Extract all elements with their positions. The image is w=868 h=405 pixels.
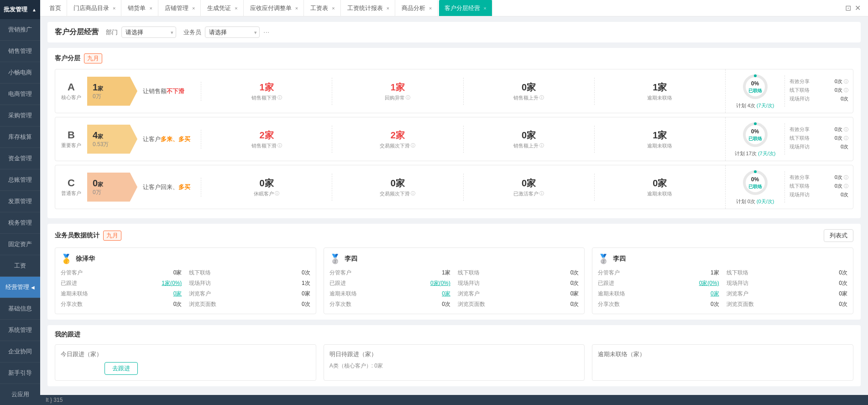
- tier-B-circle: 0% 已联络 计划 17次 (7天/次): [725, 117, 784, 161]
- tab-receivable[interactable]: 应收应付调整单 ×: [245, 0, 304, 16]
- biz-stat-row: 浏览客户 0家: [727, 290, 847, 298]
- tier-A-stat-2[interactable]: 1家 回购异常 ⓘ: [332, 78, 463, 105]
- follow-tomorrow-sub: A类（核心客户）: 0家: [329, 362, 579, 370]
- tier-B-stat-4[interactable]: 1家 逾期未联络: [595, 126, 725, 153]
- sidebar: 批发管理 ▲ 营销推广 销售管理 小畅电商 电商管理 采购管理 库存核算 资金管…: [0, 0, 40, 405]
- biz-stats-title: 业务员数据统计: [55, 231, 99, 240]
- sidebar-item-jichu[interactable]: 基础信息: [0, 298, 40, 320]
- goto-follow-button[interactable]: 去跟进: [105, 362, 138, 375]
- follow-tomorrow-title: 明日待跟进（家）: [329, 350, 579, 358]
- staff-select[interactable]: 请选择: [205, 26, 260, 38]
- customer-tier-section: 客户分层 九月 A 核心客户 1家 0万 让销售额不下滑: [47, 48, 861, 218]
- biz-stat-row: 分享次数 0次: [329, 300, 450, 308]
- customer-tier-month: 九月: [84, 53, 102, 63]
- tier-C-stat-3[interactable]: 0家 已激活客户 ⓘ: [464, 174, 595, 201]
- content-area: 客户分层经营 部门 请选择 业务员 请选择 ···: [40, 16, 868, 395]
- biz-stat-row: 浏览页面数 0次: [458, 300, 579, 308]
- biz-card-0: 🥇 徐泽华 分管客户 0家 线下联络 0次 已跟进: [55, 247, 316, 314]
- filter-more-icon[interactable]: ···: [263, 28, 269, 37]
- sidebar-item-zhangzhang[interactable]: 总账管理: [0, 169, 40, 191]
- tier-C-stat-4[interactable]: 0家 逾期未联络: [595, 174, 725, 201]
- tier-B-count[interactable]: 4家 0.53万: [87, 125, 137, 154]
- biz-stat-row: 分享次数 0次: [598, 300, 719, 308]
- biz-stat-row: 现场拜访 0次: [727, 279, 847, 287]
- tab-customer-tier-close[interactable]: ×: [484, 5, 486, 11]
- sidebar-item-yun[interactable]: 云应用: [0, 384, 40, 405]
- tab-payroll-stats-close[interactable]: ×: [387, 5, 389, 11]
- sidebar-item-xiaodian[interactable]: 小畅电商: [0, 62, 40, 84]
- sidebar-item-kucun[interactable]: 库存核算: [0, 126, 40, 148]
- biz-stat-row: 浏览页面数 0次: [189, 300, 310, 308]
- tier-A-count[interactable]: 1家 0万: [87, 77, 137, 106]
- biz-stat-row: 浏览页面数 0次: [727, 300, 847, 308]
- tier-B-stat-3[interactable]: 0家 销售额上升 ⓘ: [464, 126, 595, 153]
- tab-voucher-close[interactable]: ×: [235, 5, 237, 11]
- tab-home[interactable]: 首页: [44, 0, 67, 16]
- tier-row-A: A 核心客户 1家 0万 让销售额不下滑 1家 销售额下滑 ⓘ: [55, 69, 853, 113]
- sidebar-item-xitong[interactable]: 系统管理: [0, 320, 40, 341]
- tab-product-analysis-close[interactable]: ×: [429, 5, 432, 11]
- sidebar-item-xiaoshou[interactable]: 销售管理: [0, 41, 40, 62]
- tier-A-stats: 1家 销售额下滑 ⓘ 1家 回购异常 ⓘ 0家 销售额上升 ⓘ 1家 逾期未联络: [201, 74, 725, 109]
- tier-B-right-stats: 有效分享 0次 ⓘ 线下联络 0次 ⓘ 现场拜访 0次: [784, 123, 853, 155]
- sidebar-item-qiye[interactable]: 企业协同: [0, 341, 40, 363]
- tier-A-stat-3[interactable]: 0家 销售额上升 ⓘ: [464, 78, 595, 105]
- tab-payroll-stats[interactable]: 工资统计报表 ×: [342, 0, 395, 16]
- page-header: 客户分层经营 部门 请选择 业务员 请选择 ···: [47, 22, 861, 42]
- dept-select[interactable]: 请选择: [121, 26, 176, 38]
- sidebar-item-jingying[interactable]: 经营管理 ◀: [0, 277, 40, 298]
- tier-C-stat-1[interactable]: 0家 休眠客户 ⓘ: [201, 174, 332, 201]
- tier-A-stat-4[interactable]: 1家 逾期未联络: [595, 78, 725, 105]
- tab-sales-order[interactable]: 销货单 ×: [122, 0, 158, 16]
- maximize-icon[interactable]: ⊡: [845, 4, 851, 12]
- biz-stat-row: 分管客户 1家: [329, 269, 450, 277]
- tab-sales-order-close[interactable]: ×: [149, 5, 152, 11]
- sidebar-item-caigou[interactable]: 采购管理: [0, 105, 40, 126]
- biz-card-1-name: 李四: [345, 255, 357, 263]
- tier-A-circle: 0% 已联络 计划 4次 (7天/次): [725, 69, 784, 113]
- sidebar-brand[interactable]: 批发管理 ▲: [0, 0, 40, 19]
- tier-row-B: B 重要客户 4家 0.53万 让客户多来、多买 2家 销售额下滑: [55, 117, 853, 161]
- tab-payroll[interactable]: 工资表 ×: [305, 0, 340, 16]
- tier-B-stat-2[interactable]: 2家 交易频次下滑 ⓘ: [332, 126, 463, 153]
- sidebar-item-zijin[interactable]: 资金管理: [0, 148, 40, 169]
- sidebar-item-gudingzichan[interactable]: 固定资产: [0, 234, 40, 255]
- sidebar-item-gongzi[interactable]: 工资: [0, 255, 40, 277]
- tab-customer-tier[interactable]: 客户分层经营 ×: [439, 0, 492, 16]
- tier-C-stats: 0家 休眠客户 ⓘ 0家 交易频次下滑 ⓘ 0家 已激活客户 ⓘ 0家 逾期未联…: [201, 170, 725, 205]
- tier-B-stats: 2家 销售额下滑 ⓘ 2家 交易频次下滑 ⓘ 0家 销售额上升 ⓘ 1家 逾期未…: [201, 122, 725, 157]
- tab-voucher[interactable]: 生成凭证 ×: [202, 0, 243, 16]
- biz-card-2: 🥈 李四 分管客户 1家 线下联络 0次 已跟进: [592, 247, 853, 314]
- tab-product-analysis[interactable]: 商品分析 ×: [396, 0, 438, 16]
- tab-receivable-close[interactable]: ×: [295, 5, 298, 11]
- tier-C-count[interactable]: 0家 0万: [87, 173, 137, 202]
- tab-store-products-close[interactable]: ×: [113, 5, 115, 11]
- tier-C-label: C 普通客户: [55, 170, 87, 204]
- sidebar-item-fapiao[interactable]: 发票管理: [0, 191, 40, 212]
- tier-A-stat-1[interactable]: 1家 销售额下滑 ⓘ: [201, 78, 332, 105]
- tier-B-stat-1[interactable]: 2家 销售额下滑 ⓘ: [201, 126, 332, 153]
- tab-store-mgmt-close[interactable]: ×: [192, 5, 195, 11]
- tab-bar: 首页 门店商品目录 × 销货单 × 店铺管理 × 生成凭证 × 应收应付调整单 …: [40, 0, 868, 16]
- biz-card-2-name: 李四: [613, 255, 626, 263]
- tab-store-products[interactable]: 门店商品目录 ×: [68, 0, 121, 16]
- follow-grid: 今日跟进（家） 去跟进 明日待跟进（家） A类（核心客户）: 0家 逾期未联络（…: [55, 344, 853, 381]
- sidebar-item-xinshou[interactable]: 新手引导: [0, 363, 40, 384]
- list-view-button[interactable]: 列表式: [824, 229, 853, 242]
- biz-stats-month: 九月: [103, 231, 121, 241]
- biz-stat-row: 分管客户 0家: [61, 269, 182, 277]
- biz-stat-row: 已跟进 1家(0%): [61, 279, 182, 287]
- follow-header: 我的跟进: [55, 331, 853, 339]
- tab-store-mgmt[interactable]: 店铺管理 ×: [159, 0, 201, 16]
- tier-C-right-stats: 有效分享 0次 ⓘ 线下联络 0次 ⓘ 现场拜访 0次: [784, 171, 853, 203]
- close-icon[interactable]: ✕: [855, 4, 861, 12]
- sidebar-item-yingxiao[interactable]: 营销推广: [0, 19, 40, 41]
- medal-icon-2: 🥈: [598, 253, 609, 264]
- tier-C-stat-2[interactable]: 0家 交易频次下滑 ⓘ: [332, 174, 463, 201]
- biz-cards-grid: 🥇 徐泽华 分管客户 0家 线下联络 0次 已跟进: [55, 247, 853, 314]
- follow-today-title: 今日跟进（家）: [61, 350, 310, 358]
- tab-payroll-close[interactable]: ×: [332, 5, 335, 11]
- sidebar-item-dianshang[interactable]: 电商管理: [0, 84, 40, 105]
- tier-A-right-stats: 有效分享 0次 ⓘ 线下联络 0次 ⓘ 现场拜访 0次: [784, 75, 853, 107]
- sidebar-item-shuiwu[interactable]: 税务管理: [0, 212, 40, 234]
